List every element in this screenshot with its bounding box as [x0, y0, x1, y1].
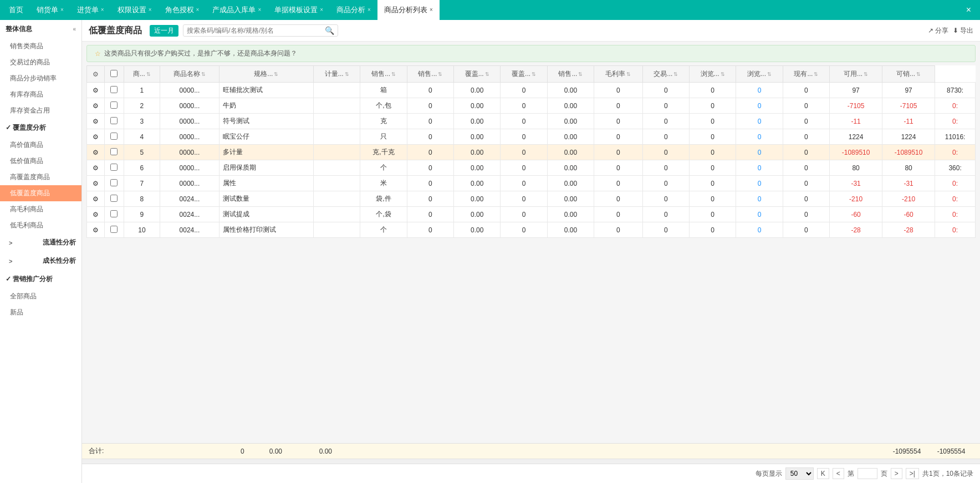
nav-product-analysis[interactable]: 商品分析 ×: [330, 0, 377, 20]
sidebar-item-low-value[interactable]: 低价值商品: [0, 153, 81, 169]
row-checkbox[interactable]: [110, 86, 118, 93]
cell-settings[interactable]: ⚙: [87, 129, 105, 145]
cell-name[interactable]: 多计量: [219, 145, 313, 160]
col-sales-c[interactable]: 销售...⇅: [547, 66, 594, 83]
row-checkbox[interactable]: [110, 179, 118, 186]
nav-close-permissions[interactable]: ×: [149, 0, 152, 20]
col-sales-amt[interactable]: 销售...⇅: [407, 66, 453, 83]
sidebar-item-step-sales[interactable]: 商品分步动销率: [0, 70, 81, 87]
sidebar-section-flow[interactable]: > 流通性分析: [0, 233, 81, 252]
cell-settings[interactable]: ⚙: [87, 191, 105, 207]
next-page-btn[interactable]: >: [891, 468, 902, 479]
sidebar-section-overall[interactable]: 整体信息 «: [0, 20, 81, 38]
sidebar-item-sales-goods[interactable]: 销售类商品: [0, 38, 81, 54]
sidebar-item-low-coverage[interactable]: 低覆盖度商品: [0, 185, 81, 201]
cell-settings[interactable]: ⚙: [87, 160, 105, 176]
sidebar-item-low-gross[interactable]: 低毛利商品: [0, 217, 81, 233]
cell-browse-a[interactable]: 0: [736, 114, 783, 129]
nav-finished-goods[interactable]: 产成品入库单 ×: [206, 0, 268, 20]
cell-name[interactable]: 启用保质期: [219, 160, 313, 176]
table-wrapper[interactable]: ⚙ 商...⇅ 商品名称⇅ 规格...⇅ 计量...⇅ 销售...⇅ 销售...…: [86, 65, 976, 443]
col-can-sell[interactable]: 可销...⇅: [882, 66, 935, 83]
row-checkbox[interactable]: [110, 210, 118, 217]
col-cover-a[interactable]: 覆盖...⇅: [454, 66, 501, 83]
cell-name[interactable]: 牛奶: [219, 98, 313, 114]
col-code[interactable]: 商...⇅: [124, 66, 160, 83]
nav-purchase[interactable]: 进货单 ×: [70, 0, 111, 20]
cell-checkbox[interactable]: [104, 160, 124, 176]
nav-roles[interactable]: 角色授权 ×: [159, 0, 206, 20]
col-settings[interactable]: ⚙: [87, 66, 105, 83]
browse-link[interactable]: 0: [758, 180, 762, 187]
sidebar-item-high-gross[interactable]: 高毛利商品: [0, 201, 81, 217]
sidebar-collapse-icon[interactable]: «: [73, 26, 76, 32]
nav-close-purchase[interactable]: ×: [101, 0, 104, 20]
nav-sales[interactable]: 销货单 ×: [30, 0, 70, 20]
page-size-select[interactable]: 50 100 200: [785, 467, 814, 480]
nav-close-all[interactable]: ×: [959, 5, 978, 15]
browse-link[interactable]: 0: [758, 149, 762, 156]
col-stock-b[interactable]: 可用...⇅: [830, 66, 882, 83]
search-input[interactable]: [187, 27, 325, 34]
browse-link[interactable]: 0: [758, 87, 762, 94]
nav-template-settings[interactable]: 单据模板设置 ×: [268, 0, 330, 20]
nav-close-sales[interactable]: ×: [60, 0, 64, 20]
cell-browse-a[interactable]: 0: [736, 160, 783, 176]
browse-link[interactable]: 0: [758, 118, 762, 125]
cell-name[interactable]: 测试提成: [219, 207, 313, 222]
share-btn[interactable]: ↗ 分享: [928, 26, 948, 35]
nav-close-roles[interactable]: ×: [196, 0, 200, 20]
sidebar-section-marketing[interactable]: ✓ 营销推广分析: [0, 270, 81, 288]
sidebar-item-traded-goods[interactable]: 交易过的商品: [0, 54, 81, 70]
cell-name[interactable]: 属性: [219, 176, 313, 191]
col-gross-rate[interactable]: 毛利率⇅: [594, 66, 643, 83]
browse-link[interactable]: 0: [758, 226, 762, 234]
cell-checkbox[interactable]: [104, 83, 124, 98]
cell-settings[interactable]: ⚙: [87, 83, 105, 98]
cell-checkbox[interactable]: [104, 145, 124, 160]
cell-settings[interactable]: ⚙: [87, 222, 105, 238]
cell-settings[interactable]: ⚙: [87, 114, 105, 129]
col-browse-b[interactable]: 浏览...⇅: [736, 66, 783, 83]
sidebar-item-all-goods[interactable]: 全部商品: [0, 288, 81, 304]
sidebar-item-high-coverage[interactable]: 高覆盖度商品: [0, 169, 81, 185]
cell-browse-a[interactable]: 0: [736, 176, 783, 191]
col-checkbox-header[interactable]: [104, 66, 124, 83]
col-name[interactable]: 商品名称⇅: [160, 66, 220, 83]
col-stock-a[interactable]: 现有...⇅: [783, 66, 829, 83]
prev-page-btn[interactable]: <: [833, 468, 844, 479]
cell-checkbox[interactable]: [104, 98, 124, 114]
row-checkbox[interactable]: [110, 101, 118, 109]
col-trade[interactable]: 交易...⇅: [642, 66, 689, 83]
cell-checkbox[interactable]: [104, 207, 124, 222]
nav-close-finished-goods[interactable]: ×: [258, 0, 261, 20]
cell-name[interactable]: 眠宝公仔: [219, 129, 313, 145]
sidebar-item-new-goods[interactable]: 新品: [0, 304, 81, 321]
last-page-btn[interactable]: >|: [906, 468, 919, 479]
row-checkbox[interactable]: [110, 133, 118, 140]
cell-browse-a[interactable]: 0: [736, 207, 783, 222]
col-sales-qty[interactable]: 销售...⇅: [360, 66, 407, 83]
browse-link[interactable]: 0: [758, 195, 762, 203]
row-checkbox[interactable]: [110, 195, 118, 202]
col-cover-b[interactable]: 覆盖...⇅: [501, 66, 547, 83]
nav-close-analysis-list[interactable]: ×: [430, 0, 433, 20]
nav-home[interactable]: 首页: [2, 0, 30, 20]
nav-permissions[interactable]: 权限设置 ×: [111, 0, 159, 20]
cell-name[interactable]: 符号测试: [219, 114, 313, 129]
row-checkbox[interactable]: [110, 164, 118, 171]
cell-checkbox[interactable]: [104, 176, 124, 191]
cell-browse-a[interactable]: 0: [736, 145, 783, 160]
scrollbar[interactable]: [82, 459, 980, 464]
cell-browse-a[interactable]: 0: [736, 129, 783, 145]
page-input[interactable]: 1: [858, 468, 877, 479]
col-browse-a[interactable]: 浏览...⇅: [689, 66, 736, 83]
nav-close-template[interactable]: ×: [320, 0, 323, 20]
row-checkbox[interactable]: [110, 117, 118, 124]
cell-settings[interactable]: ⚙: [87, 176, 105, 191]
sidebar-item-stock-fund[interactable]: 库存资金占用: [0, 103, 81, 119]
sidebar-section-growth[interactable]: > 成长性分析: [0, 252, 81, 270]
sidebar-item-high-value[interactable]: 高价值商品: [0, 137, 81, 153]
cell-name[interactable]: 属性价格打印测试: [219, 222, 313, 238]
cell-browse-a[interactable]: 0: [736, 191, 783, 207]
